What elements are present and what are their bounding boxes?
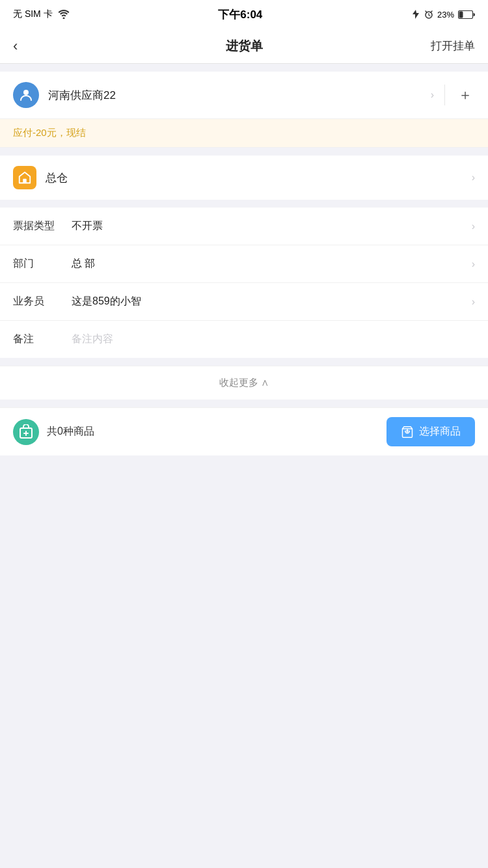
supplier-chevron-icon: ›: [431, 89, 434, 101]
back-button[interactable]: ‹: [13, 35, 23, 57]
product-icon: [13, 419, 39, 445]
product-count-label: 共0种商品: [47, 425, 386, 439]
remark-label: 备注: [13, 332, 72, 346]
department-chevron-icon: ›: [472, 258, 475, 270]
sales-rep-row[interactable]: 业务员 这是859的小智 ›: [0, 283, 488, 321]
alarm-icon: [424, 10, 433, 19]
ticket-type-label: 票据类型: [13, 219, 72, 233]
wifi-icon: [58, 10, 70, 19]
department-label: 部门: [13, 257, 72, 271]
mid-divider1: [0, 148, 488, 156]
sales-rep-chevron-icon: ›: [472, 296, 475, 308]
location-icon: [411, 10, 420, 19]
cart-icon: [401, 426, 414, 439]
top-divider: [0, 64, 488, 72]
status-time: 下午6:04: [218, 7, 262, 22]
supplier-avatar: [13, 82, 39, 108]
svg-rect-2: [459, 11, 463, 18]
warehouse-name: 总仓: [46, 170, 472, 185]
department-row[interactable]: 部门 总 部 ›: [0, 245, 488, 283]
select-product-label: 选择商品: [419, 425, 461, 439]
department-value: 总 部: [72, 257, 472, 271]
select-product-button[interactable]: 选择商品: [386, 417, 475, 446]
form-section: 票据类型 不开票 › 部门 总 部 › 业务员 这是859的小智 › 备注 备注…: [0, 208, 488, 358]
warehouse-section: 总仓 ›: [0, 156, 488, 200]
svg-point-3: [23, 90, 29, 95]
warehouse-chevron-icon: ›: [472, 172, 475, 183]
status-bar: 无 SIM 卡 下午6:04 23%: [0, 0, 488, 29]
main-background: [0, 455, 488, 651]
warehouse-row[interactable]: 总仓 ›: [0, 156, 488, 200]
open-pending-button[interactable]: 打开挂单: [431, 38, 475, 53]
supplier-row[interactable]: 河南供应商22 › ＋: [0, 72, 488, 119]
supplier-name: 河南供应商22: [48, 88, 431, 103]
ticket-type-chevron-icon: ›: [472, 221, 475, 232]
svg-rect-4: [23, 179, 27, 183]
status-right: 23%: [411, 10, 475, 20]
remark-row[interactable]: 备注 备注内容: [0, 321, 488, 358]
battery-icon: [458, 10, 475, 19]
supplier-divider: [444, 85, 445, 105]
supplier-notice: 应付-20元，现结: [0, 119, 488, 148]
status-left: 无 SIM 卡: [13, 8, 70, 20]
collapse-row[interactable]: 收起更多 ∧: [0, 366, 488, 400]
no-sim-label: 无 SIM 卡: [13, 8, 53, 20]
warehouse-icon: [13, 166, 36, 189]
ticket-type-row[interactable]: 票据类型 不开票 ›: [0, 208, 488, 245]
supplier-section: 河南供应商22 › ＋ 应付-20元，现结: [0, 72, 488, 148]
ticket-type-value: 不开票: [72, 219, 472, 233]
sales-rep-label: 业务员: [13, 295, 72, 308]
nav-bar: ‹ 进货单 打开挂单: [0, 29, 488, 64]
collapse-label: 收起更多 ∧: [219, 377, 269, 389]
remark-input[interactable]: 备注内容: [72, 332, 475, 346]
sales-rep-value: 这是859的小智: [72, 295, 472, 308]
bottom-bar: 共0种商品 选择商品: [0, 407, 488, 455]
page-title: 进货单: [226, 38, 263, 55]
battery-text: 23%: [437, 10, 454, 20]
add-supplier-button[interactable]: ＋: [455, 83, 475, 107]
